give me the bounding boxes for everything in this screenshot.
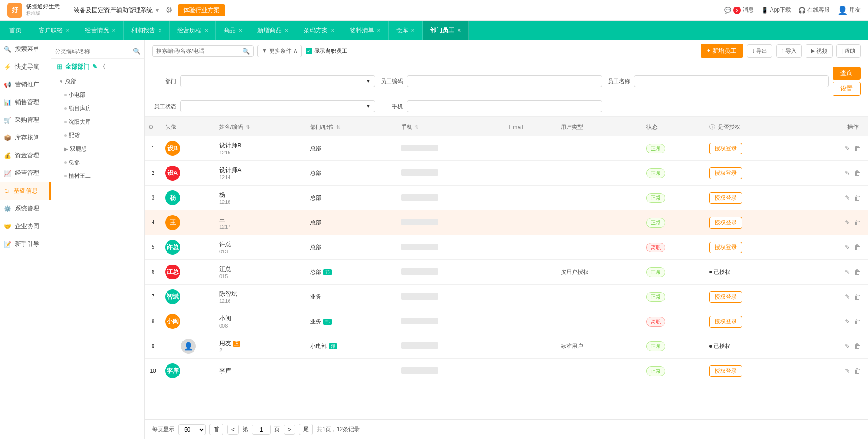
auth-login-button[interactable]: 授权登录: [709, 217, 742, 229]
edit-icon[interactable]: ✎: [845, 145, 850, 152]
auth-login-button[interactable]: 授权登录: [709, 143, 742, 154]
nav-collab[interactable]: 🤝 企业协同: [0, 217, 51, 235]
prev-page-button[interactable]: <: [227, 425, 239, 435]
tab-profit[interactable]: 利润报告 ✕: [124, 21, 170, 40]
page-size-select[interactable]: 50 100 200: [178, 424, 206, 435]
app-download-button[interactable]: 📱 App下载: [761, 6, 791, 14]
all-dept-label[interactable]: 全部部门: [65, 63, 90, 71]
try-plan-button[interactable]: 体验行业方案: [178, 4, 225, 16]
dept-item-electronics[interactable]: 小电部: [51, 88, 144, 102]
more-filters-button[interactable]: ▼ 更多条件 ∧: [257, 45, 302, 57]
search-input[interactable]: [156, 48, 240, 54]
phone-filter-input[interactable]: [407, 100, 602, 112]
delete-icon[interactable]: 🗑: [854, 244, 861, 251]
edit-icon[interactable]: ✎: [845, 367, 850, 375]
export-button[interactable]: ↓ 导出: [747, 44, 772, 58]
nav-inventory[interactable]: 📦 库存核算: [0, 129, 51, 146]
show-resigned-checkbox[interactable]: ✓ 显示离职员工: [306, 47, 347, 55]
nav-marketing[interactable]: 📢 营销推广: [0, 76, 51, 93]
nav-sales[interactable]: 📊 销售管理: [0, 93, 51, 111]
auth-login-button[interactable]: 授权登录: [709, 291, 742, 303]
delete-icon[interactable]: 🗑: [854, 293, 861, 300]
chevron-down-icon[interactable]: ▼: [154, 7, 160, 14]
setting-button[interactable]: 设置: [833, 82, 861, 96]
tab-business[interactable]: 经营情况 ✕: [77, 21, 124, 40]
dept-item-shuanglu[interactable]: ▶ 双鹿想: [51, 142, 144, 156]
edit-icon[interactable]: ✎: [845, 268, 850, 276]
dept-item-headquarters[interactable]: 总部: [51, 156, 144, 169]
gear-icon[interactable]: ⚙: [166, 6, 172, 14]
dept-search-input[interactable]: [55, 48, 131, 55]
edit-icon[interactable]: ✎: [845, 169, 850, 177]
user-menu-button[interactable]: 👤 用友: [837, 5, 861, 15]
tab-bom[interactable]: 物料清单 ✕: [342, 21, 389, 40]
auth-login-button[interactable]: 授权登录: [709, 316, 742, 328]
delete-icon[interactable]: 🗑: [854, 194, 861, 202]
nav-finance[interactable]: 💰 资金管理: [0, 146, 51, 164]
tab-history[interactable]: 经营历程 ✕: [170, 21, 216, 40]
dept-filter-select[interactable]: ▼: [180, 75, 375, 87]
tab-goods[interactable]: 商品 ✕: [216, 21, 250, 40]
search-button[interactable]: 查询: [833, 67, 861, 80]
edit-icon[interactable]: ✎: [845, 342, 850, 350]
view-button[interactable]: ▶ 视频: [806, 44, 833, 58]
empname-filter-input[interactable]: [634, 75, 829, 87]
sort-name-icon[interactable]: ⇅: [246, 125, 250, 130]
tab-department[interactable]: 部门员工 ✕: [423, 21, 469, 40]
empcode-filter-input[interactable]: [407, 75, 602, 87]
last-page-button[interactable]: 尾: [299, 424, 313, 435]
dept-item-distribution[interactable]: 配货: [51, 129, 144, 142]
auth-login-button[interactable]: 授权登录: [709, 365, 742, 377]
tab-warehouse[interactable]: 仓库 ✕: [389, 21, 423, 40]
edit-icon[interactable]: ✎: [92, 63, 97, 70]
dept-item-plantree[interactable]: 植树王二: [51, 169, 144, 183]
delete-icon[interactable]: 🗑: [854, 268, 861, 276]
edit-icon[interactable]: ✎: [845, 219, 850, 226]
online-service-button[interactable]: 🎧 在线客服: [799, 6, 830, 14]
collapse-icon[interactable]: 《: [100, 63, 105, 71]
edit-icon[interactable]: ✎: [845, 244, 850, 251]
import-button[interactable]: ↑ 导入: [776, 44, 802, 58]
delete-icon[interactable]: 🗑: [854, 219, 861, 226]
edit-icon[interactable]: ✎: [845, 293, 850, 300]
nav-business-mgmt[interactable]: 📈 经营管理: [0, 164, 51, 182]
auth-login-button[interactable]: 授权登录: [709, 167, 742, 179]
action-cell: ✎ 🗑: [803, 260, 868, 285]
help-button[interactable]: | 帮助: [836, 44, 861, 58]
search-icon[interactable]: 🔍: [242, 48, 250, 55]
delete-icon[interactable]: 🗑: [854, 145, 861, 152]
avatar: 李库: [165, 363, 180, 378]
message-button[interactable]: 💬 5 消息: [724, 6, 754, 14]
delete-icon[interactable]: 🗑: [854, 169, 861, 177]
dept-item-general[interactable]: ▼ 总部: [51, 75, 144, 88]
nav-search-menu[interactable]: 🔍 搜索菜单: [0, 40, 51, 58]
dept-item-shenyang[interactable]: 沈阳大库: [51, 115, 144, 129]
delete-icon[interactable]: 🗑: [854, 342, 861, 350]
delete-icon[interactable]: 🗑: [854, 367, 861, 375]
edit-icon[interactable]: ✎: [845, 318, 850, 325]
settings-icon[interactable]: ⚙: [148, 124, 153, 131]
first-page-button[interactable]: 首: [209, 424, 223, 435]
total-info: 共1页，12条记录: [317, 425, 360, 433]
empstatus-filter-select[interactable]: ▼: [180, 100, 375, 112]
dept-item-project[interactable]: 项目库房: [51, 102, 144, 115]
nav-guide[interactable]: 📝 新手引导: [0, 235, 51, 253]
sort-phone-icon[interactable]: ⇅: [415, 125, 418, 130]
dept-search-icon[interactable]: 🔍: [133, 48, 140, 55]
tab-add-goods[interactable]: 新增商品 ✕: [250, 21, 296, 40]
auth-login-button[interactable]: 授权登录: [709, 242, 742, 253]
nav-system[interactable]: ⚙️ 系统管理: [0, 200, 51, 217]
page-input[interactable]: [252, 425, 271, 435]
tab-barcode[interactable]: 条码方案 ✕: [296, 21, 342, 40]
nav-basic-info[interactable]: 🗂 基础信息: [0, 182, 51, 200]
delete-icon[interactable]: 🗑: [854, 318, 861, 325]
tab-customer[interactable]: 客户联络 ✕: [31, 21, 77, 40]
edit-icon[interactable]: ✎: [845, 194, 850, 202]
nav-quick-nav[interactable]: ⚡ 快捷导航: [0, 58, 51, 76]
tab-home[interactable]: 首页: [0, 21, 31, 40]
nav-purchase[interactable]: 🛒 采购管理: [0, 111, 51, 129]
auth-login-button[interactable]: 授权登录: [709, 192, 742, 204]
sort-dept-icon[interactable]: ⇅: [336, 125, 340, 130]
add-employee-button[interactable]: + 新增员工: [701, 44, 743, 58]
next-page-button[interactable]: >: [284, 425, 295, 435]
